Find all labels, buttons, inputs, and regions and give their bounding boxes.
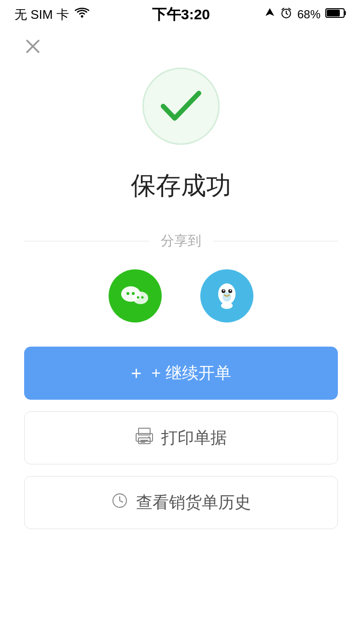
continue-button[interactable]: + + 继续开单 — [24, 347, 338, 400]
success-icon-circle — [142, 68, 220, 145]
svg-point-6 — [126, 292, 129, 295]
svg-point-16 — [223, 292, 231, 302]
wechat-share-button[interactable] — [109, 269, 162, 322]
share-divider: 分享到 — [0, 232, 362, 250]
battery-icon — [325, 7, 348, 22]
history-button[interactable]: 查看销货单历史 — [24, 476, 338, 529]
share-label: 分享到 — [149, 232, 213, 250]
svg-point-8 — [137, 296, 139, 299]
svg-point-22 — [148, 436, 150, 438]
print-icon — [135, 427, 153, 448]
svg-point-0 — [81, 15, 83, 17]
status-time: 下午3:20 — [152, 5, 210, 25]
svg-point-15 — [230, 290, 231, 291]
share-section: 分享到 — [0, 232, 362, 322]
share-icons-container — [109, 269, 253, 322]
divider-right — [213, 241, 338, 241]
print-label: 打印单据 — [161, 427, 227, 449]
svg-point-9 — [141, 296, 144, 299]
svg-rect-20 — [140, 440, 148, 441]
svg-point-11 — [221, 302, 233, 309]
status-right: 68% — [265, 7, 348, 22]
svg-point-7 — [132, 292, 135, 295]
divider-left — [24, 241, 149, 241]
close-button[interactable] — [19, 33, 46, 60]
wifi-icon — [75, 7, 89, 22]
svg-rect-21 — [140, 442, 145, 443]
history-label: 查看销货单历史 — [136, 491, 251, 514]
continue-icon: + — [131, 363, 141, 384]
svg-point-14 — [223, 290, 224, 291]
location-icon — [265, 7, 275, 22]
history-icon — [111, 492, 128, 513]
qq-share-button[interactable] — [200, 269, 253, 322]
status-bar: 无 SIM 卡 下午3:20 68% — [0, 0, 362, 29]
continue-label: + 继续开单 — [151, 362, 231, 384]
main-content: 保存成功 分享到 — [0, 29, 362, 529]
battery-text: 68% — [297, 8, 320, 21]
svg-rect-3 — [327, 10, 340, 16]
carrier-text: 无 SIM 卡 — [14, 6, 69, 23]
alarm-icon — [280, 7, 292, 22]
action-buttons: + + 继续开单 打印单据 — [0, 347, 362, 529]
svg-point-5 — [133, 292, 148, 304]
print-button[interactable]: 打印单据 — [24, 411, 338, 464]
success-title: 保存成功 — [131, 169, 231, 203]
status-left: 无 SIM 卡 — [14, 6, 89, 23]
